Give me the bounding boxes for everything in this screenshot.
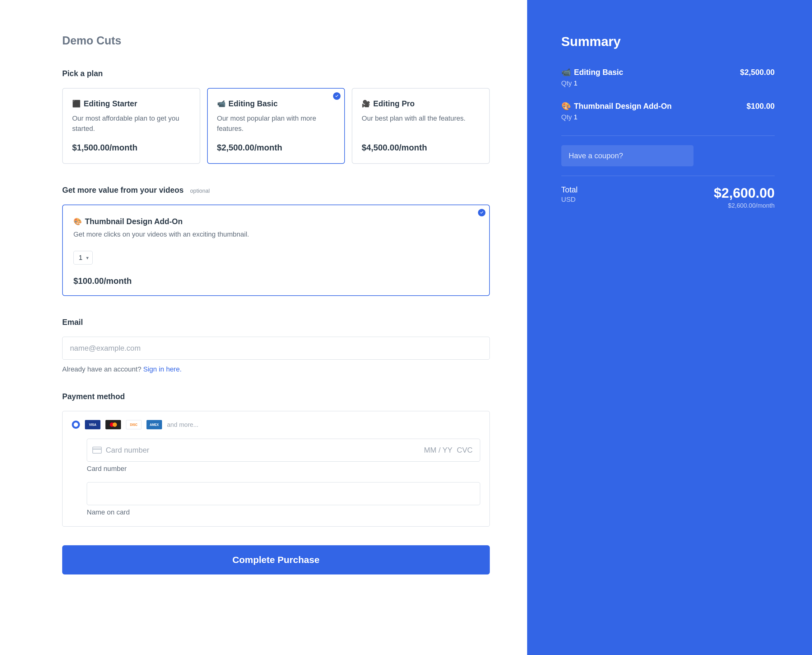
email-label: Email [62,318,490,327]
coupon-input[interactable] [561,145,694,166]
summary-sidebar: Summary 📹 Editing Basic $2,500.00 Qty1 🎨… [527,0,812,655]
visa-icon: VISA [85,420,100,429]
plan-price: $4,500.00/month [362,143,480,153]
summary-title: Summary [561,34,775,49]
plan-name: Editing Basic [229,99,278,108]
summary-item: 📹 Editing Basic $2,500.00 [561,68,775,77]
summary-item-price: $2,500.00 [740,68,775,77]
plans-label: Pick a plan [62,69,490,78]
plan-card-starter[interactable]: ⬛ Editing Starter Our most affordable pl… [62,88,200,164]
total-label: Total [561,185,578,194]
amex-icon: AMEX [146,420,162,429]
summary-item-emoji: 🎨 [561,101,571,111]
chevron-down-icon: ▾ [86,255,89,261]
mastercard-icon [105,420,121,429]
card-radio[interactable] [72,421,80,429]
qty-value: 1 [79,254,82,262]
summary-item-qty: Qty1 [561,113,775,121]
card-number-field[interactable] [87,439,480,462]
signin-link[interactable]: Sign in here. [143,365,182,373]
payment-more-text: and more... [167,421,199,428]
summary-item-price: $100.00 [747,101,775,111]
plan-name: Editing Pro [373,99,414,108]
page-title: Demo Cuts [62,34,490,47]
total-amount: $2,600.00 [714,185,775,201]
main-column: Demo Cuts Pick a plan ⬛ Editing Starter … [0,0,527,655]
email-field[interactable] [62,337,490,360]
card-name-sublabel: Name on card [87,508,480,517]
totals-row: Total USD $2,600.00 $2,600.00/month [561,185,775,209]
divider [561,135,775,136]
summary-item-name: Editing Basic [574,68,623,77]
plan-name: Editing Starter [84,99,137,108]
signin-row: Already have an account? Sign in here. [62,365,490,374]
addon-price: $100.00/month [73,276,479,286]
plan-emoji: 🎥 [362,100,370,108]
addon-label: Get more value from your videos optional [62,186,490,195]
plan-desc: Our most popular plan with more features… [217,113,335,134]
card-icon [92,447,102,454]
total-currency: USD [561,195,578,204]
plan-desc: Our most affordable plan to get you star… [72,113,190,134]
discover-icon: DISC [126,420,142,429]
qty-select[interactable]: 1 ▾ [73,251,92,264]
summary-item: 🎨 Thumbnail Design Add-On $100.00 [561,101,775,111]
card-name-field[interactable] [87,482,480,505]
payment-label: Payment method [62,392,490,401]
summary-item-name: Thumbnail Design Add-On [574,101,672,111]
plans-row: ⬛ Editing Starter Our most affordable pl… [62,88,490,164]
addon-name: Thumbnail Design Add-On [85,217,183,226]
check-icon [333,92,341,100]
complete-purchase-button[interactable]: Complete Purchase [62,545,490,575]
addon-emoji: 🎨 [73,218,82,226]
plan-emoji: 📹 [217,100,225,108]
payment-box: VISA DISC AMEX and more... MM / YY CVC [62,411,490,527]
summary-item-qty: Qty1 [561,79,775,88]
addon-desc: Get more clicks on your videos with an e… [73,231,479,238]
plan-price: $1,500.00/month [72,143,190,153]
plan-card-pro[interactable]: 🎥 Editing Pro Our best plan with all the… [352,88,490,164]
addon-card[interactable]: 🎨 Thumbnail Design Add-On Get more click… [62,204,490,296]
plan-price: $2,500.00/month [217,143,335,153]
card-number-sublabel: Card number [87,465,480,473]
plan-emoji: ⬛ [72,100,80,108]
plan-desc: Our best plan with all the features. [362,113,480,134]
check-icon [478,209,485,216]
total-recurring: $2,600.00/month [714,202,775,209]
plan-card-basic[interactable]: 📹 Editing Basic Our most popular plan wi… [207,88,345,164]
summary-item-emoji: 📹 [561,68,571,77]
optional-tag: optional [190,188,210,194]
